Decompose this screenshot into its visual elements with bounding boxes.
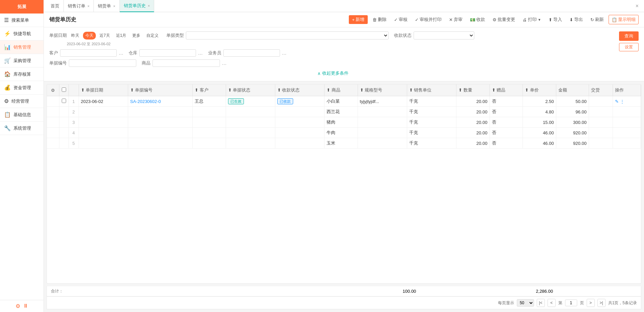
td-date (79, 117, 128, 128)
th-unit[interactable]: ⬆ 销售单位 (407, 84, 456, 96)
batch-change-button[interactable]: ⚙ 批量变更 (490, 15, 518, 24)
doc-no-input[interactable] (69, 59, 136, 67)
print-button[interactable]: 🖨 打印 ▼ (520, 15, 544, 24)
warehouse-dots[interactable]: ... (198, 50, 202, 56)
tab-sales-goods-close[interactable]: × (113, 4, 115, 8)
date-7days[interactable]: 近7天 (97, 32, 112, 40)
date-custom[interactable]: 自定义 (144, 32, 161, 40)
sidebar-item-purchase-mgmt[interactable]: 🛒 采购管理 (0, 54, 44, 68)
sidebar-item-stock-calc[interactable]: 🏠 库存核算 (0, 68, 44, 81)
page-number-input[interactable] (565, 300, 577, 306)
th-goods[interactable]: ⬆ 商品 (325, 84, 358, 96)
th-qty[interactable]: ⬆ 数量 (456, 84, 490, 96)
last-page-btn[interactable]: >| (597, 299, 606, 307)
tab-sales-history[interactable]: 销货单历史 × (120, 0, 154, 12)
show-detail-button[interactable]: 📋 显示明细 (609, 15, 639, 24)
td-checkbox[interactable] (59, 107, 68, 117)
page-header: 销货单历史 + 新增 🗑 删除 ✓ 审核 ✓ 审核并打印 (44, 12, 644, 27)
main-area: 首页 销售订单 × 销货单 × 销货单历史 × × 销货单历史 + 新增 (44, 0, 644, 312)
sidebar-item-quick-nav[interactable]: ⚡ 快捷导航 (0, 27, 44, 41)
audit-button[interactable]: ✓ 审核 (391, 15, 410, 24)
sidebar-item-sales-mgmt[interactable]: 📊 销售管理 (0, 41, 44, 54)
th-customer[interactable]: ⬆ 客户 (192, 84, 226, 96)
delete-button[interactable]: 🗑 删除 (370, 15, 389, 24)
import-button[interactable]: ⬆ 导入 (546, 15, 565, 24)
date-more[interactable]: 更多 (130, 32, 143, 40)
tab-sales-order[interactable]: 销售订单 × (64, 0, 94, 12)
th-gear[interactable]: ⚙ (47, 84, 59, 96)
goods-input[interactable] (152, 59, 220, 67)
date-today[interactable]: 今天 (83, 32, 96, 40)
export-button[interactable]: ⬇ 导出 (567, 15, 586, 24)
tab-sales-order-close[interactable]: × (87, 4, 89, 8)
sidebar-item-ops-mgmt[interactable]: ⚙ 经营管理 (0, 95, 44, 108)
sidebar-item-finance-mgmt[interactable]: 💰 资金管理 (0, 81, 44, 95)
customer-input[interactable] (60, 49, 117, 57)
collect-button[interactable]: 💵 收款 (467, 15, 488, 24)
next-page-btn[interactable]: > (587, 299, 595, 307)
table-row: 1 2023-06-02 SA-20230602-0 王总 已生效 已收款 小白… (47, 96, 641, 107)
row-checkbox[interactable] (62, 99, 66, 103)
refresh-button[interactable]: ↻ 刷新 (588, 15, 607, 24)
th-gift[interactable]: ⬆ 赠品 (489, 84, 523, 96)
doc-no-link[interactable]: SA-20230602-0 (130, 99, 161, 104)
date-yesterday[interactable]: 昨天 (69, 32, 82, 40)
td-doc-no[interactable] (128, 138, 192, 149)
select-all-checkbox[interactable] (62, 87, 66, 92)
sidebar-item-search-menu[interactable]: ☰ 搜索菜单 (0, 14, 44, 27)
sidebar-item-label: 采购管理 (13, 58, 31, 64)
th-date[interactable]: ⬆ 单据日期 (79, 84, 128, 96)
th-doc-no[interactable]: ⬆ 单据编号 (128, 84, 192, 96)
th-deal: 交货 (589, 84, 613, 96)
td-checkbox[interactable] (59, 128, 68, 138)
th-unit-price[interactable]: ⬆ 单价 (523, 84, 556, 96)
th-spec[interactable]: ⬆ 规格型号 (358, 84, 407, 96)
collapse-more-btn[interactable]: ∧ 收起更多条件 (49, 70, 616, 77)
print-icon: 🖨 (523, 17, 527, 22)
td-qty: 20.00 (456, 138, 490, 149)
td-checkbox[interactable] (59, 117, 68, 128)
close-all-tabs[interactable]: × (633, 3, 641, 9)
td-doc-no[interactable]: SA-20230602-0 (128, 96, 192, 107)
tab-home[interactable]: 首页 (47, 0, 64, 12)
staff-input[interactable] (223, 49, 280, 57)
query-button[interactable]: 查询 (619, 31, 639, 41)
sidebar-item-base-info[interactable]: 📋 基础信息 (0, 108, 44, 122)
td-checkbox[interactable] (59, 138, 68, 149)
staff-dots[interactable]: ... (282, 50, 286, 56)
td-spec (358, 117, 407, 128)
doc-type-select[interactable] (186, 31, 389, 40)
th-checkbox[interactable] (59, 84, 68, 96)
new-button[interactable]: + 新增 (349, 15, 368, 24)
th-collect-status[interactable]: ⬆ 收款状态 (275, 84, 324, 96)
td-doc-no[interactable] (128, 117, 192, 128)
td-collect-status (275, 117, 324, 128)
td-checkbox[interactable] (59, 96, 68, 107)
warehouse-input[interactable] (139, 49, 196, 57)
td-doc-no[interactable] (128, 128, 192, 138)
td-doc-no[interactable] (128, 107, 192, 117)
set-button[interactable]: 设置 (619, 43, 639, 51)
per-page-select[interactable]: 50 100 200 (517, 299, 534, 307)
th-row-num (68, 84, 79, 96)
sidebar-item-label: 基础信息 (13, 112, 31, 118)
audit-print-button[interactable]: ✓ 审核并打印 (412, 15, 444, 24)
th-doc-status[interactable]: ⬆ 单据状态 (226, 84, 275, 96)
more-op-icon[interactable]: ⋮ (620, 99, 624, 104)
date-1month[interactable]: 近1月 (114, 32, 129, 40)
td-deal (589, 138, 613, 149)
filter-warehouse: 仓库 ... (129, 49, 202, 57)
first-page-btn[interactable]: |< (537, 299, 545, 307)
tab-sales-goods[interactable]: 销货单 × (94, 0, 119, 12)
prev-page-btn[interactable]: < (548, 299, 556, 307)
settings-icon[interactable]: ⚙ (16, 303, 20, 309)
collect-status-select[interactable] (414, 31, 474, 40)
edit-op-icon[interactable]: ✎ (615, 99, 619, 104)
customer-dots[interactable]: ... (119, 50, 123, 56)
abandon-button[interactable]: ✕ 弃审 (446, 15, 465, 24)
goods-dots[interactable]: ... (222, 60, 226, 66)
sidebar-item-sys-mgmt[interactable]: 🔧 系统管理 (0, 122, 44, 135)
tab-sales-history-close[interactable]: × (148, 4, 150, 8)
sidebar-item-label: 搜索菜单 (11, 17, 29, 23)
pause-icon[interactable]: ⏸ (23, 303, 28, 309)
